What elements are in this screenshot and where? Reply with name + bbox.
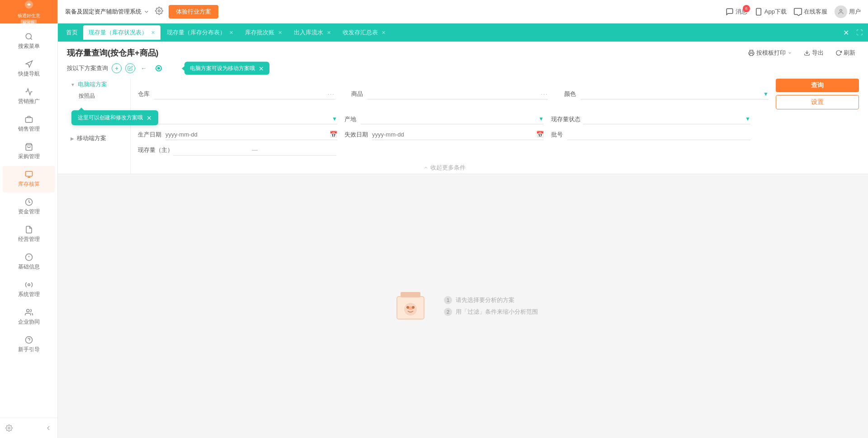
app-download-btn[interactable]: App下载 [755,8,787,16]
desktop-scheme-item-0[interactable]: 按照品 [75,90,130,102]
collapse-btn[interactable]: 收起更多条件 [138,160,859,174]
mobile-scheme-header[interactable]: ▶ 移动端方案 [67,132,130,144]
sidebar-label-marketing: 营销推广 [18,98,40,105]
print-arrow-icon [788,51,792,55]
refresh-btn[interactable]: 刷新 [832,47,859,59]
sidebar-item-system[interactable]: 系统管理 [3,276,55,303]
collapse-sidebar-btn[interactable] [42,422,55,434]
app-download-label: App下载 [764,8,787,16]
goods-label: 商品 [351,90,365,98]
mobile-scheme-section: ▶ 移动端方案 [67,132,130,144]
goods-dots[interactable]: ··· [541,91,548,97]
mobile-arrow-icon: ▶ [71,136,74,141]
tab-inventory-batch[interactable]: 库存批次账 ✕ [240,25,288,40]
stock-qty-field: 现存量（主） — [138,145,378,155]
tab-inventory-batch-label: 库存批次账 [245,28,274,37]
sidebar-item-management[interactable]: 经营管理 [3,221,55,248]
scheme-tooltip-close[interactable]: ✕ [259,65,264,72]
print-icon [748,50,755,56]
sidebar-item-info[interactable]: 基础信息 [3,249,55,275]
tab-inventory-status-close[interactable]: ✕ [151,30,155,36]
tab-inventory-status[interactable]: 现存量（库存状况表） ✕ [83,25,160,40]
collapse-label: 收起更多条件 [430,164,466,172]
industry-btn[interactable]: 体验行业方案 [169,5,218,19]
tab-inventory-flow-close[interactable]: ✕ [327,30,331,36]
tab-inventory-dist-close[interactable]: ✕ [229,30,233,36]
tab-inventory-dist[interactable]: 现存量（库存分布表） ✕ [161,25,239,40]
app-name: 畅通好生意 [18,13,40,19]
print-label: 按模板打印 [756,49,786,57]
tab-inventory-summary-label: 收发存汇总表 [343,28,378,37]
empty-illustration-area: 1 请先选择要分析的方案 2 用「过滤」条件来缩小分析范围 [388,283,538,330]
sidebar-item-marketing[interactable]: 营销推广 [3,83,55,110]
produce-date-input[interactable] [165,131,328,138]
svg-point-11 [26,309,29,312]
sidebar-item-navigate[interactable]: 快捷导航 [3,56,55,82]
tab-inventory-summary-close[interactable]: ✕ [382,30,386,36]
tab-inventory-batch-close[interactable]: ✕ [278,30,282,36]
messages-btn[interactable]: 消息 6 [726,8,747,16]
origin-arrow-icon: ▼ [538,116,544,122]
svg-point-14 [8,427,10,429]
tab-home[interactable]: 首页 [61,25,82,40]
sidebar-item-search[interactable]: 搜索菜单 [3,28,55,55]
svg-point-18 [840,9,842,11]
print-btn[interactable]: 按模板打印 [745,47,796,59]
action-buttons: 查询 设置 [776,79,859,109]
sidebar-item-guide[interactable]: 新手引导 [3,331,55,358]
create-tooltip-close[interactable]: ✕ [146,114,152,122]
tip-text-2: 用「过滤」条件来缩小分析范围 [456,308,538,316]
stock-status-field: 现存量状态 ▼ [551,114,750,124]
empty-svg [388,283,433,328]
desktop-scheme-label: 电脑端方案 [78,80,107,89]
settings-icon[interactable] [155,7,163,16]
close-all-tabs-btn[interactable]: ✕ [841,28,851,38]
expire-date-cal-icon[interactable]: 📅 [536,131,544,138]
empty-tip-1: 1 请先选择要分析的方案 [444,296,538,304]
batch-no-label: 批号 [551,131,565,139]
desktop-arrow-icon: ▼ [71,82,75,87]
desktop-scheme-header[interactable]: ▼ 电脑端方案 [67,79,130,90]
stock-qty-max[interactable] [260,146,336,153]
page-title: 现存量查询(按仓库+商品) [67,47,159,58]
sidebar-label-navigate: 快捷导航 [18,70,40,78]
query-btn[interactable]: 查询 [776,79,859,92]
sidebar-item-sales[interactable]: 销售管理 [3,111,55,137]
sidebar-label-search: 搜索菜单 [18,42,40,50]
warehouse-dots[interactable]: ··· [328,91,335,97]
produce-date-cal-icon[interactable]: 📅 [330,131,337,138]
expire-date-input[interactable] [372,131,534,138]
sidebar-item-collaborate[interactable]: 企业协同 [3,304,55,330]
batch-no-input[interactable] [567,129,750,140]
sidebar-label-purchase: 采购管理 [18,153,40,160]
add-scheme-btn[interactable]: + [112,63,122,73]
sidebar-label-inventory: 库存核算 [18,180,40,188]
edit-scheme-btn[interactable] [125,63,135,73]
settings-bottom-btn[interactable] [3,422,15,434]
mobile-scheme-label: 移动端方案 [77,134,106,142]
user-area[interactable]: 用户 [835,5,861,18]
stock-qty-min[interactable] [173,146,249,153]
color-dropdown-arrow[interactable]: ▼ [763,91,769,97]
color-field: 颜色 ▼ [564,89,769,99]
export-btn[interactable]: 导出 [800,47,827,59]
online-support-btn[interactable]: 在线客服 [794,8,827,16]
origin-field: 产地 ▼ [344,114,544,124]
sidebar-label-collaborate: 企业协同 [18,318,40,326]
sidebar-label-info: 基础信息 [18,263,40,271]
tab-inventory-dist-label: 现存量（库存分布表） [167,28,226,37]
settings-btn[interactable]: 设置 [776,95,859,109]
back-btn[interactable]: ← [139,63,149,73]
system-selector[interactable]: 装备及固定资产辅助管理系统 [65,8,150,16]
sidebar-item-inventory[interactable]: 库存核算 [3,166,55,193]
sidebar-item-finance[interactable]: 资金管理 [3,193,55,220]
expire-date-label: 失效日期 [344,131,369,139]
create-tooltip-arrow [79,108,84,110]
fullscreen-btn[interactable]: ⛶ [854,28,864,37]
sidebar-item-purchase[interactable]: 采购管理 [3,138,55,165]
svg-rect-22 [401,292,420,297]
tab-inventory-flow[interactable]: 出入库流水 ✕ [288,25,336,40]
tab-inventory-summary[interactable]: 收发存汇总表 ✕ [337,25,391,40]
scheme-tooltip-text: 电脑方案可设为移动方案哦 [190,65,255,72]
svg-point-15 [158,10,160,12]
